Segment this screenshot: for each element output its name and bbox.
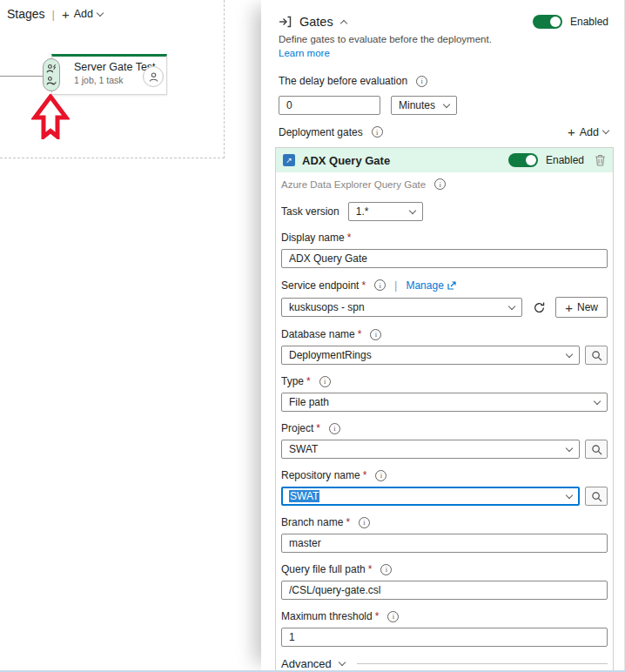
gate-enabled-label: Enabled <box>546 154 584 166</box>
project-combobox[interactable]: SWAT <box>281 440 580 459</box>
stages-header: Stages | + Add <box>7 7 103 21</box>
display-name-label-row: Display name * <box>281 232 608 244</box>
delay-controls: Minutes <box>279 96 608 115</box>
info-icon[interactable]: i <box>359 517 370 528</box>
delay-unit-select[interactable]: Minutes <box>391 96 457 115</box>
post-deployment-conditions-button[interactable] <box>143 66 164 87</box>
required-marker: * <box>347 232 352 244</box>
required-marker: * <box>306 375 311 387</box>
database-name-value: DeploymentRings <box>289 349 372 361</box>
delay-value-input[interactable] <box>279 96 380 115</box>
trash-icon <box>595 154 606 166</box>
search-icon <box>591 350 602 361</box>
chevron-down-icon <box>594 397 601 404</box>
info-icon[interactable]: i <box>329 423 340 434</box>
manage-link[interactable]: Manage <box>406 279 455 292</box>
service-endpoint-combobox[interactable]: kuskusops - spn <box>281 298 522 317</box>
database-name-label-row: Database name * i <box>281 328 608 340</box>
collapse-chevron-icon[interactable] <box>339 19 346 26</box>
required-marker: * <box>363 469 367 481</box>
gates-icon <box>279 15 292 29</box>
refresh-button[interactable] <box>528 297 550 318</box>
service-endpoint-value: kuskusops - spn <box>289 301 365 313</box>
gates-enabled-toggle[interactable] <box>533 15 562 29</box>
info-icon[interactable]: i <box>380 564 392 575</box>
required-marker: * <box>361 279 366 292</box>
chevron-down-icon <box>566 350 573 357</box>
project-control-row: SWAT <box>281 440 608 459</box>
info-icon[interactable]: i <box>375 470 386 481</box>
automated-approval-icon <box>46 64 57 74</box>
gates-enabled-label: Enabled <box>570 16 608 28</box>
annotation-arrow-icon <box>31 94 70 139</box>
add-gate-label: Add <box>580 126 599 138</box>
info-icon[interactable]: i <box>374 279 386 291</box>
repository-name-value: SWAT <box>289 490 319 502</box>
delete-gate-button[interactable] <box>595 154 606 166</box>
gate-card-header: ↗ ADX Query Gate Enabled <box>276 148 613 172</box>
gate-card-body: Azure Data Explorer Query Gate i Task ve… <box>276 178 613 672</box>
display-name-input[interactable] <box>281 249 608 268</box>
database-name-label: Database name <box>281 328 355 340</box>
add-stage-label: Add <box>74 8 93 20</box>
info-icon[interactable]: i <box>416 76 427 87</box>
task-version-label: Task version <box>281 205 339 218</box>
stages-canvas: Stages | + Add Server Gate Test 1 job, 1… <box>0 0 261 670</box>
adx-query-gate-card: ↗ ADX Query Gate Enabled Azure Data Expl… <box>275 147 614 672</box>
deployment-gates-label: Deployment gates <box>279 126 363 138</box>
service-endpoint-control-row: kuskusops - spn + New <box>281 297 608 318</box>
chevron-down-icon <box>339 659 346 666</box>
gates-panel-header: Gates Enabled <box>279 15 608 29</box>
new-service-endpoint-button[interactable]: + New <box>555 297 608 318</box>
stage-card[interactable]: Server Gate Test 1 job, 1 task <box>51 54 167 95</box>
add-stage-button[interactable]: + Add <box>62 8 103 21</box>
gate-enabled-toggle[interactable] <box>508 153 538 167</box>
gates-panel: Gates Enabled Define gates to evaluate b… <box>261 0 625 670</box>
plus-icon: + <box>565 301 573 314</box>
branch-name-input[interactable] <box>281 534 608 553</box>
info-icon[interactable]: i <box>387 611 399 622</box>
info-icon[interactable]: i <box>434 178 446 190</box>
delay-unit-value: Minutes <box>399 99 435 111</box>
database-search-button[interactable] <box>585 346 608 365</box>
advanced-label: Advanced <box>281 657 332 670</box>
chevron-down-icon <box>443 100 450 107</box>
repository-name-combobox[interactable]: SWAT <box>281 487 580 506</box>
type-combobox[interactable]: File path <box>281 393 608 412</box>
chevron-down-icon <box>508 302 515 309</box>
branch-name-label: Branch name <box>281 516 343 528</box>
section-divider <box>357 663 608 664</box>
project-search-button[interactable] <box>585 440 608 459</box>
project-value: SWAT <box>289 443 318 455</box>
query-file-input[interactable] <box>281 581 608 600</box>
chevron-down-icon <box>408 206 415 213</box>
chevron-down-icon <box>566 444 573 451</box>
database-name-combobox[interactable]: DeploymentRings <box>281 346 580 365</box>
info-icon[interactable]: i <box>372 126 383 138</box>
maximum-threshold-label: Maximum threshold <box>281 610 373 622</box>
type-label-row: Type * i <box>281 375 608 387</box>
info-icon[interactable]: i <box>370 329 381 340</box>
required-marker: * <box>346 516 350 528</box>
external-link-icon <box>447 281 456 290</box>
add-gate-button[interactable]: + Add <box>568 125 608 138</box>
pre-deployment-conditions-button[interactable] <box>43 58 60 91</box>
branch-name-label-row: Branch name * i <box>281 516 608 528</box>
chevron-down-icon <box>566 491 573 498</box>
task-version-select[interactable]: 1.* <box>348 202 423 221</box>
type-value: File path <box>289 396 329 408</box>
gate-subtitle: Azure Data Explorer Query Gate <box>281 179 426 190</box>
search-icon <box>591 491 602 502</box>
info-icon[interactable]: i <box>319 376 331 387</box>
deployment-gates-row: Deployment gates i + Add <box>279 125 608 138</box>
required-marker: * <box>358 328 362 340</box>
maximum-threshold-input[interactable] <box>281 628 608 647</box>
project-label: Project <box>281 422 313 434</box>
advanced-section-toggle[interactable]: Advanced <box>281 657 608 670</box>
learn-more-link[interactable]: Learn more <box>279 48 330 58</box>
plus-icon: + <box>62 8 70 21</box>
repository-name-label: Repository name <box>281 469 360 481</box>
gates-panel-title: Gates <box>299 15 333 29</box>
repository-name-control-row: SWAT <box>281 487 608 506</box>
repository-search-button[interactable] <box>585 487 608 506</box>
